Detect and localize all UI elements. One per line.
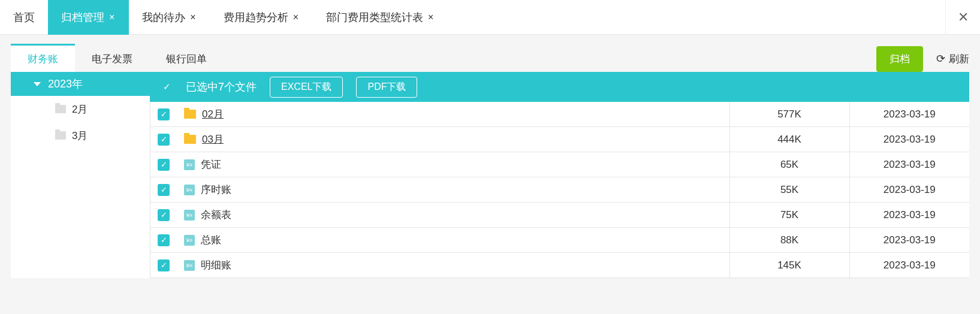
sub-tab[interactable]: 财务账	[11, 44, 75, 72]
pdf-download-button[interactable]: PDF下载	[356, 77, 417, 98]
caret-down-icon	[34, 82, 41, 86]
file-size: 444K	[729, 127, 849, 152]
close-icon[interactable]: ×	[427, 12, 435, 23]
row-checkbox[interactable]: ✓	[158, 108, 170, 120]
file-size: 65K	[729, 152, 849, 177]
tree-year-label: 2023年	[48, 77, 83, 91]
file-icon: ¥≡	[184, 210, 195, 221]
file-size: 577K	[729, 102, 849, 127]
top-tab[interactable]: 部门费用类型统计表×	[313, 0, 448, 35]
folder-icon	[184, 135, 196, 144]
selection-count-text: 已选中7个文件	[186, 80, 257, 94]
file-date: 2023-03-19	[849, 253, 969, 278]
close-all-tabs-icon[interactable]: ✕	[945, 0, 980, 35]
refresh-icon: ⟳	[936, 52, 945, 65]
close-icon[interactable]: ×	[292, 12, 300, 23]
row-checkbox[interactable]: ✓	[158, 159, 170, 171]
file-date: 2023-03-19	[849, 127, 969, 152]
refresh-button[interactable]: ⟳ 刷新	[936, 52, 969, 66]
row-checkbox[interactable]: ✓	[158, 184, 170, 196]
file-icon: ¥≡	[184, 260, 195, 271]
file-table: ✓02月577K2023-03-19✓03月444K2023-03-19✓¥≡凭…	[150, 102, 969, 278]
folder-name-link[interactable]: 02月	[202, 107, 224, 121]
tree-month-node[interactable]: 2月	[11, 96, 150, 122]
file-date: 2023-03-19	[849, 177, 969, 203]
row-checkbox[interactable]: ✓	[158, 259, 170, 271]
folder-icon	[55, 105, 66, 113]
top-tab[interactable]: 费用趋势分析×	[210, 0, 313, 35]
file-size: 75K	[729, 203, 849, 228]
close-icon[interactable]: ×	[189, 12, 197, 23]
top-tab-label: 费用趋势分析	[224, 10, 288, 25]
file-icon: ¥≡	[184, 235, 195, 246]
select-all-check-icon[interactable]: ✓	[161, 81, 173, 93]
table-row: ✓¥≡序时账55K2023-03-19	[150, 177, 970, 203]
folder-name-link[interactable]: 03月	[202, 132, 224, 146]
file-area: ✓ 已选中7个文件 EXCEL下载 PDF下载 ✓02月577K2023-03-…	[150, 72, 969, 278]
table-row: ✓02月577K2023-03-19	[150, 102, 970, 127]
top-tab-label: 首页	[13, 10, 35, 25]
table-row: ✓¥≡总账88K2023-03-19	[150, 228, 970, 253]
row-checkbox[interactable]: ✓	[158, 209, 170, 221]
content-area: 财务账电子发票银行回单 归档 ⟳ 刷新 2023年 2月3月 ✓ 已选中7个文件…	[0, 35, 980, 278]
table-row: ✓¥≡明细账145K2023-03-19	[150, 253, 970, 278]
tree-month-node[interactable]: 3月	[11, 122, 150, 149]
file-name: 总账	[201, 233, 221, 247]
top-tab-label: 归档管理	[61, 10, 104, 25]
row-checkbox[interactable]: ✓	[158, 234, 170, 246]
tree-month-label: 2月	[72, 102, 88, 116]
file-icon: ¥≡	[184, 185, 195, 195]
archive-button[interactable]: 归档	[876, 46, 923, 72]
top-tab-bar: 首页归档管理×我的待办×费用趋势分析×部门费用类型统计表× ✕	[0, 0, 980, 35]
sidebar-tree: 2023年 2月3月	[11, 72, 150, 278]
file-icon: ¥≡	[184, 159, 195, 170]
top-tab-label: 我的待办	[142, 10, 185, 25]
tree-month-label: 3月	[72, 129, 88, 143]
main-panel: 2023年 2月3月 ✓ 已选中7个文件 EXCEL下载 PDF下载 ✓02月5…	[11, 72, 969, 278]
file-name: 序时账	[201, 183, 231, 197]
file-name: 凭证	[201, 158, 221, 171]
table-row: ✓¥≡凭证65K2023-03-19	[150, 152, 970, 177]
file-name: 余额表	[201, 208, 231, 222]
action-buttons: 归档 ⟳ 刷新	[876, 46, 969, 72]
top-tab-label: 部门费用类型统计表	[326, 10, 423, 25]
top-tab[interactable]: 归档管理×	[48, 0, 129, 35]
file-date: 2023-03-19	[849, 228, 969, 253]
sub-tab-row: 财务账电子发票银行回单 归档 ⟳ 刷新	[11, 46, 969, 72]
table-row: ✓¥≡余额表75K2023-03-19	[150, 203, 970, 228]
file-size: 55K	[729, 177, 849, 203]
refresh-label: 刷新	[949, 52, 969, 66]
top-tab[interactable]: 首页	[0, 0, 48, 35]
top-tab[interactable]: 我的待办×	[129, 0, 210, 35]
folder-icon	[184, 110, 196, 119]
file-date: 2023-03-19	[849, 152, 969, 177]
sub-tabs: 财务账电子发票银行回单	[11, 46, 224, 72]
row-checkbox[interactable]: ✓	[158, 134, 170, 146]
file-size: 145K	[729, 253, 849, 278]
file-date: 2023-03-19	[849, 203, 969, 228]
table-row: ✓03月444K2023-03-19	[150, 127, 970, 152]
tree-year-node[interactable]: 2023年	[11, 72, 150, 96]
file-date: 2023-03-19	[849, 102, 969, 127]
selection-bar: ✓ 已选中7个文件 EXCEL下载 PDF下载	[150, 72, 969, 102]
folder-icon	[55, 131, 66, 140]
file-size: 88K	[729, 228, 849, 253]
file-name: 明细账	[201, 258, 231, 272]
sub-tab[interactable]: 银行回单	[149, 46, 224, 72]
close-icon[interactable]: ×	[108, 12, 116, 23]
excel-download-button[interactable]: EXCEL下载	[270, 77, 343, 98]
sub-tab[interactable]: 电子发票	[75, 46, 149, 72]
